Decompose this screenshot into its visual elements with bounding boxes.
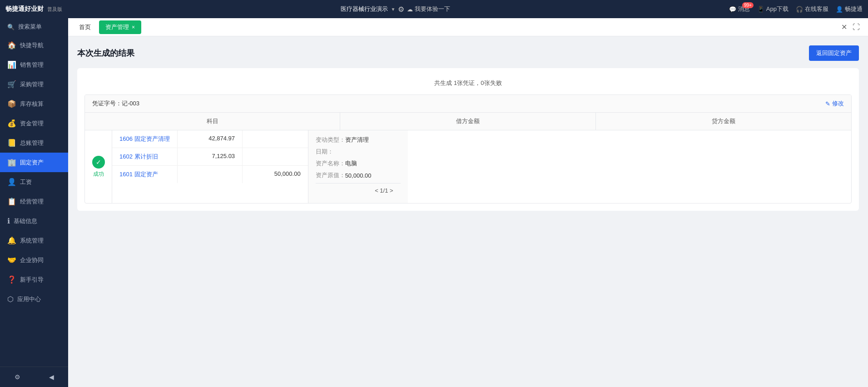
user-info[interactable]: 👤 畅捷通 bbox=[836, 5, 863, 13]
notification-button[interactable]: 💬 消息 99+ bbox=[729, 5, 750, 13]
sidebar-item-label: 应用中心 bbox=[17, 295, 41, 303]
summary-row: 共生成 1张凭证，0张失败 bbox=[84, 75, 852, 94]
col-header-subject: 科目 bbox=[85, 113, 340, 130]
sidebar-item-label: 基础信息 bbox=[14, 217, 37, 225]
logo-area: 畅捷通好业财 普及版 bbox=[5, 5, 62, 13]
voucher-header: 凭证字号：记-003 ✎ 修改 bbox=[85, 95, 851, 113]
sidebar-item-label: 库存核算 bbox=[20, 100, 44, 108]
sidebar-item-basic-info[interactable]: ℹ 基础信息 bbox=[0, 211, 68, 231]
success-indicator: ✓ 成功 bbox=[85, 130, 112, 203]
sidebar-item-coop[interactable]: 🤝 企业协同 bbox=[0, 250, 68, 270]
tab-bar: 首页 资产管理 × ✕ ⛶ bbox=[68, 18, 868, 36]
row-2-debit: 7,125.03 bbox=[178, 148, 243, 165]
page-title: 本次生成的结果 bbox=[77, 48, 134, 59]
sidebar-item-ledger[interactable]: 📒 总账管理 bbox=[0, 133, 68, 153]
asset-name-row: 资产名称： 电脑 bbox=[316, 159, 401, 168]
expand-panel-button[interactable]: ⛶ bbox=[850, 22, 863, 32]
company-dropdown-icon[interactable]: ▼ bbox=[391, 7, 395, 12]
inventory-icon: 📦 bbox=[7, 99, 16, 108]
sidebar-item-fixed-asset[interactable]: 🏢 固定资产 bbox=[0, 153, 68, 172]
row-2-subject: 1602 累计折旧 bbox=[112, 148, 178, 165]
close-panel-button[interactable]: ✕ bbox=[838, 22, 850, 32]
tab-label: 资产管理 bbox=[105, 23, 129, 31]
online-service-button[interactable]: 🎧 在线客服 bbox=[796, 5, 828, 13]
purchase-icon: 🛒 bbox=[7, 80, 16, 89]
home-icon: 🏠 bbox=[7, 41, 16, 50]
search-icon: 🔍 bbox=[7, 24, 15, 30]
return-fixed-asset-button[interactable]: 返回固定资产 bbox=[809, 45, 859, 61]
change-type-label: 变动类型： bbox=[316, 136, 345, 144]
service-icon: 🎧 bbox=[796, 6, 803, 13]
sidebar: 🔍 搜索菜单 🏠 快捷导航 📊 销售管理 🛒 采购管理 📦 库存核算 💰 资金管… bbox=[0, 18, 68, 387]
header-center: 医疗器械行业演示 ▼ ⚙ ☁ 我要体验一下 bbox=[341, 5, 450, 14]
user-avatar-icon: 👤 bbox=[836, 6, 843, 13]
coop-icon: 🤝 bbox=[7, 256, 16, 264]
sidebar-item-label: 总账管理 bbox=[20, 139, 44, 147]
sidebar-collapse-button[interactable]: ◀ bbox=[45, 371, 59, 383]
fixed-asset-icon: 🏢 bbox=[7, 158, 16, 167]
date-row: 日期： bbox=[316, 148, 401, 156]
fund-icon: 💰 bbox=[7, 119, 16, 128]
app-download-button[interactable]: 📱 App下载 bbox=[757, 5, 789, 13]
logo-text: 畅捷通好业财 bbox=[5, 5, 44, 13]
content-area: 首页 资产管理 × ✕ ⛶ 本次生成的结果 返回固定资产 共生成 1张凭证，0张… bbox=[68, 18, 868, 387]
asset-name-value: 电脑 bbox=[345, 159, 357, 168]
row-1-debit: 42,874.97 bbox=[178, 130, 243, 148]
sidebar-settings-button[interactable]: ⚙ bbox=[10, 371, 25, 383]
notification-badge: 99+ bbox=[742, 2, 754, 8]
sidebar-item-label: 采购管理 bbox=[20, 80, 44, 89]
payroll-icon: 👤 bbox=[7, 178, 16, 186]
experience-button[interactable]: ☁ 我要体验一下 bbox=[407, 5, 450, 13]
edit-icon: ✎ bbox=[825, 100, 830, 107]
sidebar-item-search[interactable]: 🔍 搜索菜单 bbox=[0, 18, 68, 35]
main-layout: 🔍 搜索菜单 🏠 快捷导航 📊 销售管理 🛒 采购管理 📦 库存核算 💰 资金管… bbox=[0, 18, 868, 387]
sidebar-item-label: 企业协同 bbox=[20, 256, 44, 264]
row-1-subject: 1606 固定资产清理 bbox=[112, 130, 178, 148]
sidebar-item-label: 经营管理 bbox=[20, 198, 44, 206]
row-3-debit bbox=[178, 166, 243, 183]
edition-label: 普及版 bbox=[47, 6, 62, 13]
sidebar-item-quick-nav[interactable]: 🏠 快捷导航 bbox=[0, 35, 68, 55]
settings-icon-button[interactable]: ⚙ bbox=[398, 5, 404, 14]
voucher-section: 凭证字号：记-003 ✎ 修改 科目 借方金额 贷方金额 bbox=[84, 94, 852, 203]
voucher-body: ✓ 成功 1606 固定资产清理 42,874.97 160 bbox=[85, 130, 851, 203]
pagination-prev[interactable]: < bbox=[375, 187, 378, 194]
page-content: 本次生成的结果 返回固定资产 共生成 1张凭证，0张失败 凭证字号：记-003 … bbox=[68, 36, 868, 387]
sidebar-item-business[interactable]: 📋 经营管理 bbox=[0, 192, 68, 211]
business-icon: 📋 bbox=[7, 197, 16, 206]
voucher-number: 凭证字号：记-003 bbox=[92, 99, 139, 108]
tab-home[interactable]: 首页 bbox=[74, 23, 96, 31]
sidebar-item-system[interactable]: 🔔 系统管理 bbox=[0, 231, 68, 250]
sidebar-item-purchase[interactable]: 🛒 采购管理 bbox=[0, 74, 68, 94]
change-type-row: 变动类型： 资产清理 bbox=[316, 136, 401, 144]
table-row: 1606 固定资产清理 42,874.97 bbox=[112, 130, 308, 148]
edit-voucher-button[interactable]: ✎ 修改 bbox=[825, 99, 844, 108]
pagination-next[interactable]: > bbox=[390, 187, 393, 194]
asset-name-label: 资产名称： bbox=[316, 159, 345, 168]
system-icon: 🔔 bbox=[7, 236, 16, 245]
sidebar-item-app-center[interactable]: ⬡ 应用中心 bbox=[0, 289, 68, 309]
app-download-label: App下载 bbox=[766, 5, 789, 13]
result-panel: 共生成 1张凭证，0张失败 凭证字号：记-003 ✎ 修改 科目 bbox=[77, 68, 859, 211]
sidebar-item-guide[interactable]: ❓ 新手引导 bbox=[0, 270, 68, 289]
sidebar-item-inventory[interactable]: 📦 库存核算 bbox=[0, 94, 68, 114]
app-center-icon: ⬡ bbox=[7, 295, 14, 303]
edit-label: 修改 bbox=[832, 99, 844, 108]
sidebar-item-sales[interactable]: 📊 销售管理 bbox=[0, 55, 68, 74]
sidebar-item-fund[interactable]: 💰 资金管理 bbox=[0, 114, 68, 133]
sidebar-item-label: 销售管理 bbox=[20, 61, 44, 69]
success-text: 成功 bbox=[93, 170, 104, 178]
guide-icon: ❓ bbox=[7, 275, 16, 284]
sidebar-item-payroll[interactable]: 👤 工资 bbox=[0, 172, 68, 192]
tab-close-icon[interactable]: × bbox=[132, 24, 135, 30]
summary-text: 共生成 1张凭证，0张失败 bbox=[434, 79, 501, 86]
data-rows: 1606 固定资产清理 42,874.97 1602 累计折旧 7,125.03 bbox=[112, 130, 308, 203]
tab-asset-management[interactable]: 资产管理 × bbox=[99, 20, 141, 34]
row-2-credit bbox=[243, 148, 308, 165]
header-right: 💬 消息 99+ 📱 App下载 🎧 在线客服 👤 畅捷通 bbox=[729, 5, 863, 13]
change-type-value: 资产清理 bbox=[345, 136, 369, 144]
sidebar-item-label: 系统管理 bbox=[20, 237, 44, 245]
sales-icon: 📊 bbox=[7, 60, 16, 69]
sidebar-item-label: 新手引导 bbox=[20, 276, 44, 284]
sidebar-item-label: 工资 bbox=[20, 178, 32, 186]
